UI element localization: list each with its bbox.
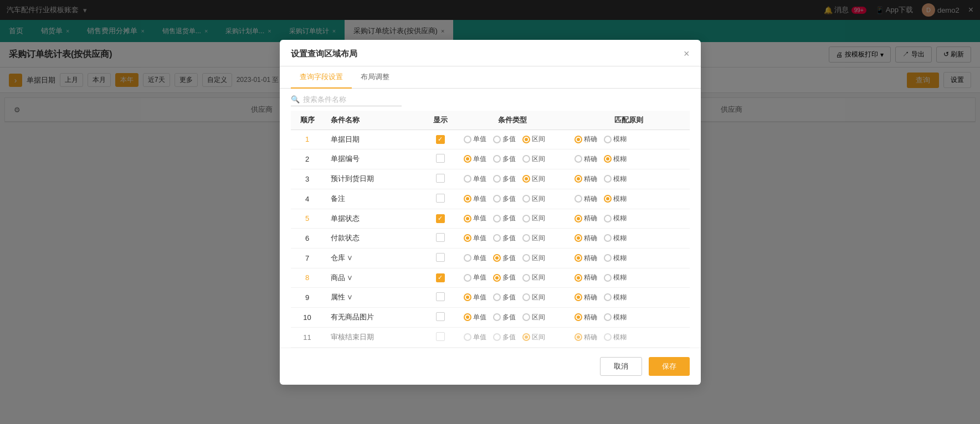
cell-display[interactable]	[424, 130, 457, 148]
cell-name: 属性 ∨	[324, 288, 424, 307]
type-multi[interactable]: 多值	[493, 174, 516, 184]
type-multi[interactable]: 多值	[493, 194, 516, 204]
type-range[interactable]: 区间	[522, 154, 545, 164]
type-range[interactable]: 区间	[522, 135, 545, 144]
cell-type: 单值 多值 区间	[457, 209, 568, 227]
match-exact[interactable]: 精确	[574, 333, 597, 342]
display-checkbox[interactable]	[436, 312, 445, 321]
type-range[interactable]: 区间	[522, 273, 545, 282]
radio-multi	[493, 234, 501, 242]
dialog-close-button[interactable]: ×	[684, 49, 690, 59]
match-fuzzy[interactable]: 模糊	[604, 194, 627, 204]
type-multi[interactable]: 多值	[493, 273, 516, 282]
match-exact[interactable]: 精确	[574, 214, 597, 223]
cell-display[interactable]	[424, 189, 457, 209]
type-multi[interactable]: 多值	[493, 254, 516, 263]
tab-query-fields[interactable]: 查询字段设置	[291, 66, 352, 89]
match-exact[interactable]: 精确	[574, 194, 597, 204]
cell-display[interactable]	[424, 328, 457, 347]
type-range[interactable]: 区间	[522, 214, 545, 223]
display-checkbox[interactable]	[436, 332, 445, 341]
type-multi[interactable]: 多值	[493, 135, 516, 144]
display-checkbox[interactable]	[436, 233, 445, 242]
type-multi[interactable]: 多值	[493, 234, 516, 243]
tab-layout[interactable]: 布局调整	[352, 66, 398, 89]
match-exact[interactable]: 精确	[574, 154, 597, 164]
search-input[interactable]	[303, 95, 392, 104]
cell-display[interactable]	[424, 249, 457, 268]
type-single[interactable]: 单值	[464, 273, 486, 282]
display-checkbox[interactable]	[436, 214, 445, 223]
display-checkbox[interactable]	[436, 292, 445, 301]
cell-display[interactable]	[424, 229, 457, 248]
display-checkbox[interactable]	[436, 273, 445, 282]
type-multi[interactable]: 多值	[493, 313, 516, 322]
type-single[interactable]: 单值	[464, 313, 486, 322]
radio-range	[522, 215, 530, 223]
type-single[interactable]: 单值	[464, 254, 486, 263]
type-range[interactable]: 区间	[522, 333, 545, 342]
match-exact[interactable]: 精确	[574, 174, 597, 184]
type-single[interactable]: 单值	[464, 194, 486, 204]
cell-order: 8	[291, 269, 324, 286]
type-range[interactable]: 区间	[522, 313, 545, 322]
type-single[interactable]: 单值	[464, 214, 486, 223]
cell-display[interactable]	[424, 308, 457, 327]
type-range[interactable]: 区间	[522, 174, 545, 184]
display-checkbox[interactable]	[436, 154, 445, 163]
match-fuzzy[interactable]: 模糊	[604, 333, 627, 342]
display-checkbox[interactable]	[436, 253, 445, 262]
match-exact[interactable]: 精确	[574, 313, 597, 322]
match-fuzzy[interactable]: 模糊	[604, 135, 627, 144]
match-exact[interactable]: 精确	[574, 293, 597, 302]
type-range[interactable]: 区间	[522, 234, 545, 243]
display-checkbox[interactable]	[436, 194, 445, 203]
display-checkbox[interactable]	[436, 174, 445, 183]
match-fuzzy[interactable]: 模糊	[604, 154, 627, 164]
radio-exact	[574, 293, 582, 301]
type-single[interactable]: 单值	[464, 333, 486, 342]
save-button[interactable]: 保存	[649, 357, 690, 376]
cell-name: 单据状态	[324, 209, 424, 228]
match-fuzzy[interactable]: 模糊	[604, 254, 627, 263]
radio-range	[522, 234, 530, 242]
type-single[interactable]: 单值	[464, 135, 486, 144]
cancel-button[interactable]: 取消	[600, 357, 642, 376]
radio-single	[464, 234, 471, 242]
match-fuzzy[interactable]: 模糊	[604, 214, 627, 223]
type-range[interactable]: 区间	[522, 293, 545, 302]
match-exact[interactable]: 精确	[574, 254, 597, 263]
match-fuzzy[interactable]: 模糊	[604, 174, 627, 184]
cell-display[interactable]	[424, 209, 457, 227]
cell-type: 单值 多值 区间	[457, 328, 568, 347]
table-row: 7 仓库 ∨ 单值 多值 区间 精确 模糊	[291, 249, 690, 268]
radio-single	[464, 195, 471, 203]
type-multi[interactable]: 多值	[493, 214, 516, 223]
cell-display[interactable]	[424, 169, 457, 189]
match-exact[interactable]: 精确	[574, 135, 597, 144]
match-fuzzy[interactable]: 模糊	[604, 313, 627, 322]
match-exact[interactable]: 精确	[574, 234, 597, 243]
match-fuzzy[interactable]: 模糊	[604, 273, 627, 282]
search-wrap: 🔍	[291, 95, 402, 106]
radio-fuzzy	[604, 274, 612, 282]
type-single[interactable]: 单值	[464, 154, 486, 164]
display-checkbox[interactable]	[436, 135, 445, 144]
match-exact[interactable]: 精确	[574, 273, 597, 282]
type-multi[interactable]: 多值	[493, 333, 516, 342]
type-single[interactable]: 单值	[464, 293, 486, 302]
radio-range	[522, 195, 530, 203]
type-single[interactable]: 单值	[464, 174, 486, 184]
match-fuzzy[interactable]: 模糊	[604, 234, 627, 243]
match-fuzzy[interactable]: 模糊	[604, 293, 627, 302]
cell-display[interactable]	[424, 149, 457, 169]
type-range[interactable]: 区间	[522, 254, 545, 263]
cell-display[interactable]	[424, 268, 457, 287]
settings-dialog: 设置查询区域布局 × 查询字段设置 布局调整 🔍 顺序 条件名称 显示 条件类型…	[280, 40, 701, 385]
table-row: 5 单据状态 单值 多值 区间 精确 模糊	[291, 209, 690, 229]
type-range[interactable]: 区间	[522, 194, 545, 204]
type-multi[interactable]: 多值	[493, 293, 516, 302]
cell-display[interactable]	[424, 288, 457, 307]
type-multi[interactable]: 多值	[493, 154, 516, 164]
type-single[interactable]: 单值	[464, 234, 486, 243]
